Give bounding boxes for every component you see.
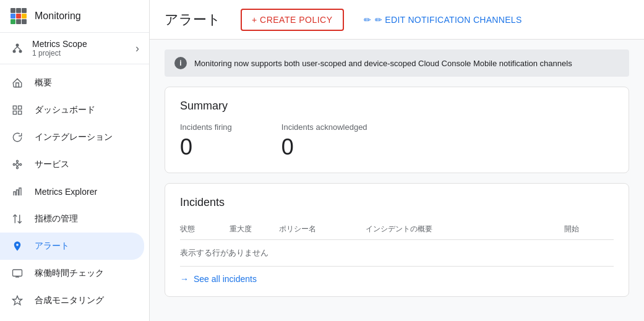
sidebar-item-alerts-label: アラート [35, 241, 69, 252]
col-summary-header: インシデントの概要 [366, 224, 552, 234]
info-banner-message: Monitoring now supports both user-scoped… [194, 59, 572, 68]
sidebar-item-integration[interactable]: インテグレーション [0, 124, 144, 151]
svg-marker-19 [13, 296, 22, 305]
edit-notification-channels-button[interactable]: ✏ ✏ EDIT NOTIFICATION CHANNELS [354, 10, 532, 30]
create-policy-button[interactable]: + CREATE POLICY [241, 9, 344, 31]
incidents-firing-label: Incidents firing [180, 122, 232, 132]
incidents-firing-value: 0 [180, 134, 232, 160]
sidebar-item-uptime-label: 稼働時間チェック [35, 268, 104, 279]
uptime-icon [10, 266, 25, 281]
sidebar-item-metrics-mgmt-label: 指標の管理 [35, 213, 78, 225]
see-all-label: See all incidents [194, 274, 257, 284]
sidebar-nav: 概要 ダッシュボード インテグレーション サービス Metrics Explor… [0, 64, 149, 321]
sidebar: Monitoring Metrics Scope 1 project › 概要 [0, 0, 150, 321]
info-banner: i Monitoring now supports both user-scop… [165, 49, 629, 77]
see-all-incidents-link[interactable]: → See all incidents [180, 274, 614, 284]
svg-rect-8 [19, 111, 22, 114]
scope-name: Metrics Scope [32, 39, 135, 49]
svg-point-1 [13, 50, 16, 53]
overview-icon [10, 75, 25, 90]
incidents-card: Incidents 状態 重大度 ポリシー名 インシデントの概要 開始 表示する… [165, 183, 629, 297]
incidents-empty-message: 表示する行がありません [180, 240, 614, 267]
svg-line-3 [14, 47, 17, 50]
summary-card: Summary Incidents firing 0 Incidents ack… [165, 87, 629, 173]
sidebar-scope[interactable]: Metrics Scope 1 project › [0, 33, 149, 64]
incidents-title: Incidents [180, 196, 614, 209]
svg-point-10 [17, 160, 19, 162]
svg-point-11 [17, 167, 19, 169]
svg-rect-7 [13, 111, 16, 114]
edit-notification-label: ✏ EDIT NOTIFICATION CHANNELS [375, 15, 522, 25]
sidebar-item-metrics-explorer-label: Metrics Explorer [35, 187, 97, 197]
monitoring-icon [10, 7, 27, 25]
scope-arrow-icon: › [135, 42, 139, 55]
scope-sub: 1 project [32, 49, 135, 58]
alerts-icon [10, 239, 25, 254]
create-policy-label: + CREATE POLICY [252, 15, 333, 25]
sidebar-item-synthetic-label: 合成モニタリング [35, 295, 104, 306]
incidents-acknowledged-label: Incidents acknowledged [281, 122, 367, 132]
sidebar-item-overview-label: 概要 [35, 77, 52, 88]
svg-rect-5 [13, 106, 16, 109]
svg-line-4 [17, 47, 20, 50]
sidebar-item-synthetic[interactable]: 合成モニタリング [0, 287, 144, 314]
incidents-acknowledged-item: Incidents acknowledged 0 [281, 122, 367, 160]
main-content: i Monitoring now supports both user-scop… [150, 40, 644, 321]
col-start-header: 開始 [564, 224, 614, 234]
sidebar-item-service[interactable]: サービス [0, 151, 144, 178]
col-policy-header: ポリシー名 [279, 224, 353, 234]
page-title: アラート [165, 11, 221, 29]
col-severity-header: 重大度 [230, 224, 267, 234]
svg-point-9 [16, 163, 19, 166]
sidebar-item-alerts[interactable]: アラート [0, 233, 144, 260]
sidebar-item-uptime[interactable]: 稼働時間チェック [0, 260, 144, 287]
sidebar-header: Monitoring [0, 0, 149, 33]
info-icon: i [174, 57, 187, 69]
sidebar-item-integration-label: インテグレーション [35, 132, 113, 143]
sidebar-item-dashboard-label: ダッシュボード [35, 105, 95, 116]
incidents-acknowledged-value: 0 [281, 134, 367, 160]
summary-grid: Incidents firing 0 Incidents acknowledge… [180, 122, 614, 160]
integration-icon [10, 130, 25, 145]
metrics-explorer-icon [10, 184, 25, 199]
svg-point-2 [19, 50, 22, 53]
col-status-header: 状態 [180, 224, 217, 234]
edit-pencil-icon: ✏ [364, 15, 371, 25]
service-icon [10, 157, 25, 172]
dashboard-icon [10, 103, 25, 118]
sidebar-item-metrics-mgmt[interactable]: 指標の管理 [0, 205, 144, 233]
incidents-firing-item: Incidents firing 0 [180, 122, 232, 160]
scope-text: Metrics Scope 1 project [32, 39, 135, 58]
main-header: アラート + CREATE POLICY ✏ ✏ EDIT NOTIFICATI… [150, 0, 644, 40]
incidents-header: 状態 重大度 ポリシー名 インシデントの概要 開始 [180, 219, 614, 240]
incidents-table: 状態 重大度 ポリシー名 インシデントの概要 開始 表示する行がありません [180, 219, 614, 267]
svg-rect-16 [13, 270, 22, 276]
main-content-area: アラート + CREATE POLICY ✏ ✏ EDIT NOTIFICATI… [150, 0, 644, 321]
sidebar-item-service-label: サービス [35, 159, 69, 170]
svg-rect-6 [19, 106, 22, 109]
arrow-right-icon: → [180, 274, 189, 284]
sidebar-item-groups[interactable]: グループ [0, 314, 144, 321]
metrics-mgmt-icon [10, 212, 25, 226]
sidebar-item-metrics-explorer[interactable]: Metrics Explorer [0, 178, 144, 205]
sidebar-item-dashboard[interactable]: ダッシュボード [0, 96, 144, 124]
svg-point-12 [13, 164, 15, 166]
summary-title: Summary [180, 100, 614, 113]
svg-point-0 [16, 44, 19, 47]
svg-point-13 [20, 164, 22, 166]
synthetic-icon [10, 293, 25, 308]
sidebar-item-overview[interactable]: 概要 [0, 69, 144, 96]
scope-icon [10, 41, 25, 56]
app-title: Monitoring [35, 11, 81, 22]
